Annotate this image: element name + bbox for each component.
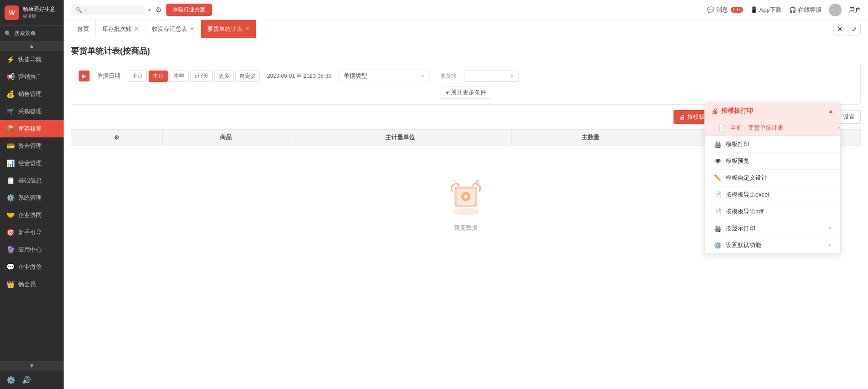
sidebar-item-sales[interactable]: 💰 销售管理: [0, 86, 64, 103]
tab-receipt-summary[interactable]: 收发存汇总表 ✕: [145, 20, 201, 38]
dropdown-item-template-custom[interactable]: ✏️ 模板自定义设计: [705, 170, 840, 187]
svg-point-5: [453, 180, 456, 182]
sidebar-item-appstore[interactable]: 🔮 应用中心: [0, 241, 64, 258]
sidebar-label-sales: 销售管理: [18, 90, 42, 98]
last-7-days-btn[interactable]: 近7天: [190, 71, 213, 82]
app-download-button[interactable]: 📱 App下载: [750, 6, 782, 14]
sidebar-item-wechat[interactable]: 💬 企业微信: [0, 258, 64, 276]
scroll-up-button[interactable]: ▲: [0, 41, 64, 51]
filter-area: ▶ 单据日期 上月 本月 本年 近7天 更多 自定义 2023-06-01 至 …: [71, 64, 861, 105]
sidebar: W 畅康通好生意 标准版 🔍 搜索菜单 ▲ ⚡ 快捷导航 📢 营销推广 💰 销售…: [0, 0, 64, 389]
main-area: 🔍 | ▾ ⚙ 体验行业方案 💬 消息 99+ 📱 App下载 🎧 在线客服 用…: [64, 0, 868, 389]
trial-button[interactable]: 体验行业方案: [166, 4, 212, 16]
current-year-btn[interactable]: 本年: [170, 71, 189, 82]
current-template-icon: 📄: [718, 125, 726, 131]
filter-row-1: ▶ 单据日期 上月 本月 本年 近7天 更多 自定义 2023-06-01 至 …: [79, 70, 853, 82]
order-status-select[interactable]: ▾: [464, 71, 519, 82]
topbar-search-icon: 🔍: [75, 7, 82, 13]
empty-text: 暂无数据: [454, 224, 478, 232]
expand-arrow-button[interactable]: ▶: [79, 71, 90, 81]
more-date-btn[interactable]: 更多: [215, 71, 234, 82]
display-print-arrow-icon: ▾: [828, 225, 831, 232]
sidebar-label-wechat: 企业微信: [18, 263, 42, 271]
expand-row: ▾ 展开更多条件: [79, 86, 853, 99]
custom-date-btn[interactable]: 自定义: [235, 71, 260, 82]
sidebar-item-basic[interactable]: 📋 基础信息: [0, 172, 64, 189]
sidebar-item-finance[interactable]: 💳 资金管理: [0, 137, 64, 155]
display-print-icon: 🖨️: [714, 225, 721, 232]
tab-home[interactable]: 首页: [71, 20, 96, 38]
dropdown-current-template[interactable]: 📄 当前：要货单统计表 ▾: [705, 120, 840, 136]
dropdown-item-display-print[interactable]: 🖨️ 按显示打印 ▾: [705, 220, 840, 237]
sidebar-item-member[interactable]: 👑 畅会员: [0, 276, 64, 293]
last-month-btn[interactable]: 上月: [128, 71, 147, 82]
dropdown-item-template-excel[interactable]: 📄 按模板导出excel: [705, 187, 840, 203]
scroll-down-button[interactable]: ▼: [0, 361, 64, 371]
template-excel-icon: 📄: [714, 191, 721, 198]
finance-icon: 💳: [6, 142, 15, 150]
topbar-search[interactable]: 🔍 |: [71, 5, 144, 15]
sidebar-label-basic: 基础信息: [18, 177, 42, 185]
sidebar-item-guide[interactable]: 🎯 新手引导: [0, 224, 64, 241]
expand-icon: ▾: [446, 89, 449, 96]
sidebar-item-quick-nav[interactable]: ⚡ 快捷导航: [0, 51, 64, 68]
avatar[interactable]: [829, 4, 842, 16]
sidebar-search[interactable]: 🔍 搜索菜单: [0, 26, 64, 41]
set-default-label: 设置默认功能: [726, 241, 761, 249]
app-name: 畅康通好生意: [23, 6, 55, 13]
message-badge: 99+: [731, 7, 743, 13]
dropdown-item-template-print[interactable]: 🖨️ 模板打印: [705, 136, 840, 153]
close-order-stats-icon[interactable]: ✕: [245, 26, 249, 32]
topbar-gear-icon[interactable]: ⚙: [155, 5, 162, 14]
receipt-summary-tab-label: 收发存汇总表: [152, 25, 187, 33]
expand-label: 展开更多条件: [451, 88, 486, 96]
type-select[interactable]: 单据类型 ▾: [339, 70, 429, 82]
tab-close-button[interactable]: ✕: [833, 23, 846, 35]
sidebar-label-member: 畅会员: [18, 280, 36, 288]
sidebar-item-marketing[interactable]: 📢 营销推广: [0, 68, 64, 86]
message-button[interactable]: 💬 消息 99+: [707, 6, 743, 14]
topbar-chevron-icon[interactable]: ▾: [148, 7, 151, 13]
operation-icon: 📊: [6, 159, 15, 167]
table-header-settings[interactable]: ⚙: [71, 130, 163, 146]
dropdown-item-template-preview[interactable]: 👁️ 模板预览: [705, 153, 840, 170]
type-select-chevron-icon: ▾: [421, 73, 424, 80]
sidebar-item-system[interactable]: ⚙️ 系统管理: [0, 189, 64, 207]
dropdown-header: 🖨 按模板打印 ▲: [705, 102, 840, 120]
close-inventory-batch-icon[interactable]: ✕: [135, 26, 139, 32]
app-badge: 标准版: [23, 13, 55, 20]
dropdown-item-set-default[interactable]: ⚙️ 设置默认功能 ▾: [705, 237, 840, 253]
system-icon: ⚙️: [6, 194, 15, 202]
inventory-batch-tab-label: 库存批次账: [102, 25, 132, 33]
mobile-icon: 📱: [750, 6, 758, 13]
inventory-icon: 📦: [6, 125, 15, 133]
search-icon: 🔍: [5, 30, 11, 37]
tabbar-right: ✕ ⤢: [833, 23, 861, 35]
sidebar-item-inventory[interactable]: 📦 库存核算: [0, 120, 64, 137]
sidebar-item-purchase[interactable]: 🛒 采购管理: [0, 103, 64, 120]
expand-more-button[interactable]: ▾ 展开更多条件: [440, 86, 492, 99]
sidebar-item-operation[interactable]: 📊 经营管理: [0, 155, 64, 172]
template-pdf-label: 按模板导出pdf: [726, 207, 763, 216]
dropdown-item-template-pdf[interactable]: 📄 按模板导出pdf: [705, 203, 840, 220]
date-range-label: 2023-06-01 至 2023-06-30: [267, 72, 331, 80]
marketing-icon: 📢: [6, 73, 15, 81]
current-template-label: 当前：要货单统计表: [730, 124, 783, 132]
dropdown-header-label: 按模板打印: [721, 107, 753, 115]
settings-footer-icon[interactable]: ⚙️: [6, 376, 15, 384]
dropdown-chevron-icon[interactable]: ▲: [828, 107, 834, 115]
template-print-label: 模板打印: [726, 140, 749, 148]
sound-icon[interactable]: 🔊: [22, 376, 31, 384]
sidebar-label-system: 系统管理: [18, 194, 42, 202]
online-service-button[interactable]: 🎧 在线客服: [789, 6, 822, 14]
tabbar: 首页 库存批次账 ✕ 收发存汇总表 ✕ 要货单统计表 ✕ ✕ ⤢: [64, 20, 868, 38]
tab-order-stats[interactable]: 要货单统计表 ✕: [201, 20, 256, 38]
tab-inventory-batch[interactable]: 库存批次账 ✕: [96, 20, 145, 38]
close-receipt-summary-icon[interactable]: ✕: [190, 26, 194, 32]
date-buttons: 上月 本月 本年 近7天 更多 自定义: [128, 71, 260, 82]
tab-maximize-button[interactable]: ⤢: [848, 23, 861, 35]
sidebar-item-collab[interactable]: 🤝 企业协同: [0, 207, 64, 224]
purchase-icon: 🛒: [6, 107, 15, 116]
current-month-btn[interactable]: 本月: [149, 71, 168, 82]
table-header-unit: 主计量单位: [289, 130, 512, 146]
